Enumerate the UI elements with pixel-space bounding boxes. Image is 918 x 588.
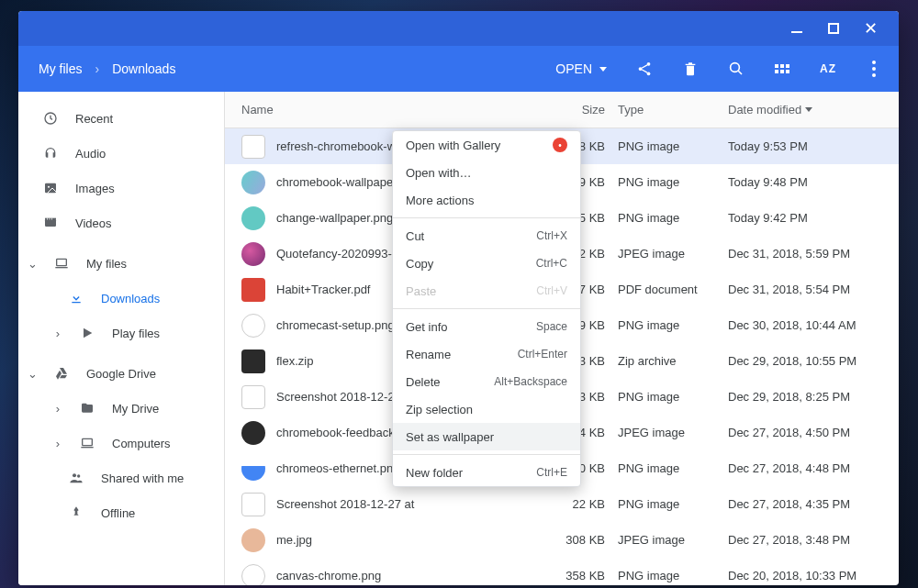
breadcrumb: My files › Downloads <box>39 61 175 76</box>
share-icon[interactable] <box>636 61 653 77</box>
context-menu-item[interactable]: Zip selection <box>393 395 580 423</box>
column-date[interactable]: Date modified <box>728 103 882 116</box>
sidebar-item-label: Downloads <box>101 292 160 305</box>
svg-point-0 <box>647 62 651 66</box>
sidebar-item-label: Audio <box>75 147 106 161</box>
file-type: PNG image <box>618 569 728 582</box>
column-type[interactable]: Type <box>618 103 728 116</box>
context-menu-item[interactable]: Open with Gallery• <box>393 131 580 159</box>
open-button-label: OPEN <box>555 61 592 76</box>
context-menu-shortcut: Space <box>536 320 567 333</box>
sidebar-item-shared[interactable]: Shared with me <box>18 460 224 495</box>
column-date-label: Date modified <box>728 103 801 116</box>
context-menu-label: Open with… <box>406 166 472 180</box>
context-menu-label: New folder <box>406 466 463 480</box>
file-thumbnail <box>241 314 265 338</box>
sidebar-item-label: Play files <box>112 327 160 340</box>
svg-rect-12 <box>57 259 67 265</box>
svg-point-2 <box>647 72 651 75</box>
context-menu-separator <box>393 308 580 309</box>
file-date: Dec 27, 2018, 4:48 PM <box>728 461 882 475</box>
folder-icon <box>79 401 95 416</box>
context-menu-item[interactable]: CutCtrl+X <box>393 222 580 250</box>
chevron-right-icon: › <box>53 327 62 340</box>
chevron-right-icon: › <box>53 437 62 450</box>
file-date: Dec 30, 2018, 10:44 AM <box>728 318 882 332</box>
laptop-icon <box>79 436 95 450</box>
sidebar-item-computers[interactable]: › Computers <box>18 426 224 460</box>
sort-options-button[interactable]: AZ <box>820 61 836 77</box>
headset-icon <box>42 146 59 161</box>
context-menu-item[interactable]: CopyCtrl+C <box>393 250 580 277</box>
breadcrumb-current[interactable]: Downloads <box>112 61 175 76</box>
sidebar-item-playfiles[interactable]: › Play files <box>18 316 224 350</box>
file-date: Today 9:53 PM <box>728 139 882 153</box>
more-menu-icon[interactable] <box>866 61 882 77</box>
image-icon <box>42 181 59 195</box>
column-name[interactable]: Name <box>241 103 554 116</box>
sidebar-item-mydrive[interactable]: › My Drive <box>18 391 224 426</box>
chevron-down-icon: ⌄ <box>28 367 37 381</box>
search-icon[interactable] <box>728 61 744 77</box>
file-thumbnail <box>241 457 265 481</box>
context-menu-item[interactable]: Get infoSpace <box>393 313 580 340</box>
window-minimize-icon[interactable] <box>790 22 803 35</box>
svg-point-6 <box>48 186 50 188</box>
sidebar-item-downloads[interactable]: Downloads <box>18 281 224 316</box>
sidebar-item-label: My files <box>86 257 127 271</box>
context-menu-item[interactable]: RenameCtrl+Enter <box>393 340 580 368</box>
sidebar-group-gdrive[interactable]: ⌄ Google Drive <box>18 356 224 391</box>
video-icon <box>42 216 59 230</box>
sidebar-group-myfiles[interactable]: ⌄ My files <box>18 246 224 281</box>
context-menu-shortcut: Ctrl+E <box>536 466 567 479</box>
delete-icon[interactable] <box>682 61 699 77</box>
file-size: 22 KB <box>554 497 618 511</box>
sidebar-item-audio[interactable]: Audio <box>18 136 224 171</box>
context-menu-item[interactable]: New folderCtrl+E <box>393 459 580 486</box>
file-date: Dec 27, 2018, 4:35 PM <box>728 497 882 511</box>
context-menu-item[interactable]: Open with… <box>393 159 580 186</box>
sidebar-item-recent[interactable]: Recent <box>18 101 224 136</box>
file-date: Today 9:42 PM <box>728 211 882 225</box>
file-type: JPEG image <box>618 533 728 547</box>
open-button[interactable]: OPEN <box>555 61 607 76</box>
window-close-icon[interactable]: ✕ <box>864 22 877 35</box>
file-thumbnail <box>241 564 265 586</box>
file-type: Zip archive <box>618 354 728 368</box>
sidebar-item-images[interactable]: Images <box>18 171 224 205</box>
window-maximize-icon[interactable] <box>827 22 840 35</box>
sidebar-item-videos[interactable]: Videos <box>18 205 224 240</box>
context-menu-label: Get info <box>406 320 448 334</box>
file-row[interactable]: me.jpg308 KBJPEG imageDec 27, 2018, 3:48… <box>225 522 899 558</box>
file-row[interactable]: Screenshot 2018-12-27 at22 KBPNG imageDe… <box>225 486 899 522</box>
sidebar-item-label: Images <box>75 182 115 195</box>
sidebar-item-offline[interactable]: Offline <box>18 495 224 530</box>
context-menu-shortcut: Ctrl+V <box>536 284 567 297</box>
file-thumbnail <box>241 278 265 302</box>
context-menu-item[interactable]: Set as wallpaper <box>393 423 580 450</box>
drive-icon <box>53 366 70 381</box>
chevron-down-icon: ⌄ <box>28 257 37 271</box>
file-type: PNG image <box>618 139 728 153</box>
breadcrumb-root[interactable]: My files <box>39 61 82 76</box>
context-menu-item[interactable]: More actions <box>393 186 580 214</box>
sidebar-item-label: Recent <box>75 112 113 126</box>
file-date: Dec 29, 2018, 10:55 PM <box>728 354 882 368</box>
file-row[interactable]: canvas-chrome.png358 KBPNG imageDec 20, … <box>225 558 899 585</box>
context-menu-item[interactable]: DeleteAlt+Backspace <box>393 368 580 395</box>
default-app-badge-icon: • <box>553 138 567 152</box>
file-date: Dec 20, 2018, 10:33 PM <box>728 569 882 582</box>
column-size[interactable]: Size <box>554 103 618 116</box>
column-headers: Name Size Type Date modified <box>225 92 899 128</box>
chevron-right-icon: › <box>95 61 99 76</box>
context-menu-label: More actions <box>406 194 474 207</box>
file-type: JPEG image <box>618 426 728 439</box>
file-thumbnail <box>241 385 265 409</box>
context-menu-shortcut: Ctrl+C <box>536 257 567 270</box>
context-menu-shortcut: Ctrl+X <box>536 229 567 242</box>
file-type: PNG image <box>618 461 728 475</box>
file-date: Today 9:48 PM <box>728 175 882 189</box>
view-grid-icon[interactable] <box>774 61 790 77</box>
file-thumbnail <box>241 349 265 373</box>
file-thumbnail <box>241 528 265 552</box>
